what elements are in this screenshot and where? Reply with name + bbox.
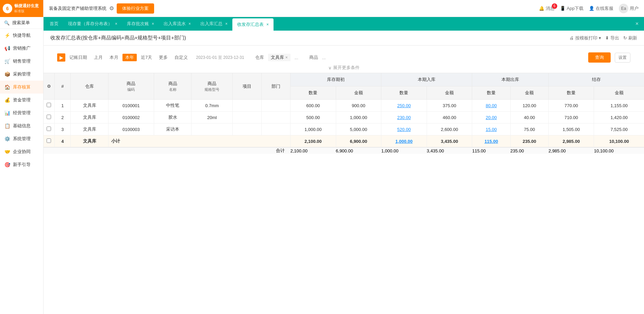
sidebar-item-sales[interactable]: 🛒销售管理 [0, 55, 43, 68]
th-index: # [54, 73, 71, 100]
settings-icon[interactable]: ⚙ [109, 5, 114, 12]
notifications-button[interactable]: 🔔 消息 6 [539, 5, 555, 12]
tab-close-in-out-summary[interactable]: × [225, 21, 228, 26]
date-btn-更多[interactable]: 更多 [156, 54, 170, 61]
close-all-tabs-button[interactable]: × [631, 21, 643, 27]
goods-more[interactable]: ... [322, 55, 326, 60]
sidebar-search[interactable]: 🔍 搜索菜单 [0, 17, 43, 29]
th-group-balance: 结存 [548, 73, 644, 86]
subtotal-checkbox[interactable] [44, 135, 54, 148]
sidebar-item-cooperation[interactable]: 🤝企业协同 [0, 145, 43, 158]
sidebar-item-basic-info[interactable]: 📋基础信息 [0, 119, 43, 132]
purchase-icon: 📦 [4, 71, 10, 77]
tab-home[interactable]: 首页 [45, 17, 63, 31]
subtotal-row: 4 文具库 小计 2,100.00 6,900.00 1,000.00 3,43… [44, 135, 644, 148]
user-menu[interactable]: Ea 用户 [619, 4, 639, 13]
notifications-badge: 6 [552, 3, 557, 9]
tab-recv-send-summary[interactable]: 收发存汇总表× [232, 18, 274, 31]
tab-close-in-out-flow[interactable]: × [188, 21, 191, 26]
subtotal-in-qty[interactable]: 1,000.00 [381, 135, 427, 148]
operation-icon: 📊 [4, 110, 10, 116]
table-container: ⚙ # 仓库 商品编码 商品名称 商品规格型号 项目 部门 库存期初 本期入库 … [44, 73, 644, 314]
date-btn-本月[interactable]: 本月 [107, 54, 121, 61]
sidebar-nav: ⚡快捷导航📢营销推广🛒销售管理📦采购管理🏠库存核算💰资金管理📊经营管理📋基础信息… [0, 29, 43, 171]
warehouse-tag-text: 文具库 [271, 54, 284, 61]
warehouse-tag-close[interactable]: × [285, 55, 288, 60]
try-button[interactable]: 体验行业方案 [117, 3, 154, 14]
date-btn-上月[interactable]: 上月 [91, 54, 105, 61]
date-btn-本年[interactable]: 本年 [122, 54, 137, 61]
row-out-qty[interactable]: 15.00 [472, 123, 510, 135]
sidebar-item-inventory[interactable]: 🏠库存核算 [0, 81, 43, 94]
row-department [261, 123, 290, 135]
date-btn-近7天[interactable]: 近7天 [138, 54, 155, 61]
refresh-button[interactable]: ↻ 刷新 [623, 35, 637, 41]
tab-batch-account[interactable]: 库存批次账× [122, 17, 159, 31]
tab-in-out-summary[interactable]: 出入库汇总× [196, 17, 232, 31]
row-out-qty[interactable]: 20.00 [472, 112, 510, 123]
row-checkbox[interactable] [44, 123, 54, 135]
footer-balance-qty: 2,985.00 [548, 147, 594, 154]
row-goods-name: 中性笔 [154, 100, 192, 112]
print-button[interactable]: 🖨 按模板打印 ▾ [569, 35, 601, 41]
app-download-button[interactable]: 📱 App下载 [560, 5, 583, 12]
sidebar: 6 畅捷通好生意 标准版 🔍 搜索菜单 ⚡快捷导航📢营销推广🛒销售管理📦采购管理… [0, 0, 44, 314]
tab-in-out-flow[interactable]: 出入库流水× [159, 17, 196, 31]
subtotal-out-qty[interactable]: 115.00 [472, 135, 510, 148]
tab-close-recv-send-summary[interactable]: × [266, 22, 269, 27]
row-in-qty[interactable]: 230.00 [381, 112, 427, 123]
tab-close-batch-account[interactable]: × [152, 21, 154, 26]
sidebar-item-system[interactable]: ⚙️系统管理 [0, 132, 43, 145]
date-btn-自定义[interactable]: 自定义 [172, 54, 191, 61]
service-icon: 👤 [589, 6, 594, 11]
expand-conditions-btn[interactable]: ∨ 展开更多条件 [50, 63, 637, 73]
marketing-icon: 📢 [4, 45, 10, 51]
brand-name: 畅捷通好生意 [14, 3, 39, 9]
export-button[interactable]: ⬇ 导出 [605, 35, 619, 41]
sidebar-brand: 畅捷通好生意 标准版 [14, 3, 39, 14]
sidebar-item-label: 系统管理 [13, 136, 31, 142]
th-settings[interactable]: ⚙ [44, 73, 54, 100]
row-index: 2 [54, 112, 71, 123]
footer-balance-amt: 10,100.00 [594, 147, 644, 154]
footer-out-amt: 235.00 [510, 147, 548, 154]
quick-nav-icon: ⚡ [4, 32, 10, 38]
row-checkbox[interactable] [44, 112, 54, 123]
tab-inventory-dist[interactable]: 现存量（库存分布表）× [63, 17, 122, 31]
row-out-qty[interactable]: 80.00 [472, 100, 510, 112]
tab-label: 出入库流水 [164, 21, 186, 27]
row-project [232, 100, 261, 112]
row-in-qty[interactable]: 250.00 [381, 100, 427, 112]
sidebar-item-label: 基础信息 [13, 123, 31, 129]
row-in-qty[interactable]: 520.00 [381, 123, 427, 135]
row-opening-amt: 1,000.00 [336, 112, 381, 123]
sidebar-header: 6 畅捷通好生意 标准版 [0, 0, 43, 17]
subtotal-label: 小计 [109, 135, 291, 148]
tab-close-inventory-dist[interactable]: × [115, 21, 117, 26]
sidebar-item-operation[interactable]: 📊经营管理 [0, 106, 43, 119]
tab-label: 现存量（库存分布表） [68, 21, 112, 27]
filter-settings-button[interactable]: 设置 [615, 53, 630, 63]
tabbar: 首页现存量（库存分布表）×库存批次账×出入库流水×出入库汇总×收发存汇总表×× [44, 17, 644, 31]
sidebar-item-label: 新手引导 [13, 162, 31, 168]
bell-icon: 🔔 [539, 6, 544, 11]
row-balance-amt: 1,155.00 [594, 100, 644, 112]
refresh-icon: ↻ [623, 35, 627, 40]
th-opening-amt: 金额 [336, 86, 381, 100]
user-label: 用户 [630, 5, 639, 12]
query-button[interactable]: 查询 [588, 52, 611, 63]
sidebar-item-finance[interactable]: 💰资金管理 [0, 94, 43, 106]
sidebar-item-guide[interactable]: 🎯新手引导 [0, 158, 43, 171]
sidebar-item-quick-nav[interactable]: ⚡快捷导航 [0, 29, 43, 42]
warehouse-more[interactable]: ... [295, 55, 298, 60]
row-checkbox[interactable] [44, 100, 54, 112]
th-group-out: 本期出库 [472, 73, 548, 86]
sidebar-item-purchase[interactable]: 📦采购管理 [0, 68, 43, 81]
sidebar-item-marketing[interactable]: 📢营销推广 [0, 42, 43, 55]
online-service-button[interactable]: 👤 在线客服 [589, 5, 613, 12]
th-goods-name: 商品名称 [154, 73, 192, 100]
row-balance-qty: 1,505.00 [548, 123, 594, 135]
th-warehouse: 仓库 [71, 73, 109, 100]
filter-expand-button[interactable]: ▶ [57, 53, 65, 62]
sidebar-item-label: 销售管理 [13, 58, 31, 64]
